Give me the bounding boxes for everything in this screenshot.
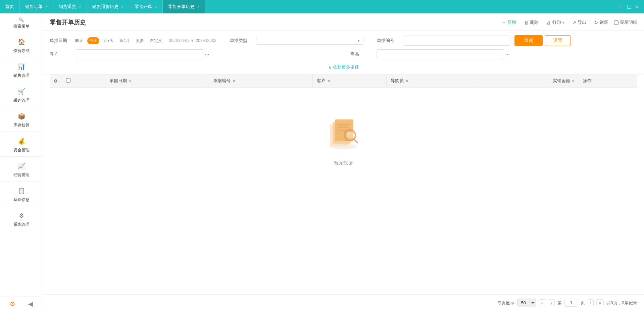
header-actions: ＋ 新增 🗑 删除 🖨 打印 ▾ ↗ 导出 ↻ 刷新 <box>500 18 637 27</box>
per-page-select[interactable]: 50 20 100 <box>517 299 536 307</box>
col-customer-label: 客户 <box>317 78 326 83</box>
tab-retail-open-close[interactable]: × <box>155 4 157 9</box>
tab-sales-return-history-close[interactable]: × <box>121 4 123 9</box>
sidebar-item-finance-label: 资金管理 <box>13 147 30 153</box>
sort-date-icon: ⇅ <box>129 79 132 83</box>
date-opt-today[interactable]: 今天 <box>87 37 99 44</box>
col-number-label: 单据编号 <box>213 78 231 83</box>
filter-row-1: 单据日期 昨天 今天 近7天 近1月 更多 自定义 2023-06-02 至 2… <box>50 35 637 46</box>
empty-state: 暂无数据 <box>50 88 637 193</box>
table-col-customer[interactable]: 客户 ⇅ <box>312 74 386 88</box>
bill-type-dropdown-icon: ▾ <box>358 39 360 43</box>
customer-dots-btn[interactable]: ··· <box>205 51 209 57</box>
empty-text: 暂无数据 <box>334 160 353 166</box>
sidebar-item-purchase[interactable]: 🛒 采购管理 <box>0 82 43 107</box>
tab-sales-return-history[interactable]: 销货退货历史 × <box>87 0 129 13</box>
data-table: ⚙ 单据日期 ⇅ 单据编号 ⇅ 客户 ⇅ <box>50 74 637 193</box>
filter-settings-button[interactable]: 设置 <box>545 35 571 46</box>
next-page-btn[interactable]: › <box>588 299 594 306</box>
tab-sales-return[interactable]: 销货退货 × <box>53 0 87 13</box>
refresh-button[interactable]: ↻ 刷新 <box>592 18 610 27</box>
window-close-btn[interactable]: × <box>635 3 639 10</box>
date-opt-custom[interactable]: 自定义 <box>148 37 164 44</box>
col-actions-label: 操作 <box>583 78 592 83</box>
minimize-btn[interactable]: ─ <box>619 3 624 10</box>
table-col-amount[interactable]: 实销金额 ⇅ <box>475 74 579 88</box>
date-opt-yesterday[interactable]: 昨天 <box>73 37 85 44</box>
collapse-sidebar-icon[interactable]: ◀ <box>28 300 33 308</box>
per-page-label: 每页显示 <box>497 300 514 306</box>
settings-bottom-icon[interactable]: ⚙ <box>10 300 15 308</box>
sidebar-item-inventory[interactable]: 📦 库存核算 <box>0 107 43 132</box>
show-detail-toggle[interactable]: 显示明细 <box>614 19 637 25</box>
collapse-filter-row[interactable]: ∧ 收起更多条件 <box>50 63 637 71</box>
operations-icon: 📈 <box>17 161 26 171</box>
page-header: 零售开单历史 ＋ 新增 🗑 删除 🖨 打印 ▾ ↗ 导出 <box>43 13 644 31</box>
finance-icon: 💰 <box>17 137 26 146</box>
query-button[interactable]: 查询 <box>514 35 543 46</box>
tab-sales-order-label: 销售订单 <box>25 4 43 10</box>
svg-rect-4 <box>338 124 350 125</box>
last-page-btn[interactable]: » <box>596 299 603 306</box>
home-icon: 🏠 <box>17 37 26 47</box>
date-opt-1month[interactable]: 近1月 <box>118 37 132 44</box>
tab-home[interactable]: 首页 <box>0 0 20 13</box>
sidebar-item-finance[interactable]: 💰 资金管理 <box>0 132 43 157</box>
customer-input[interactable] <box>76 49 203 59</box>
tab-bar: 首页 销售订单 × 销货退货 × 销货退货历史 × 零售开单 × 零售开单历史 … <box>0 0 619 13</box>
content-area: 零售开单历史 ＋ 新增 🗑 删除 🖨 打印 ▾ ↗ 导出 <box>43 13 644 311</box>
table-col-guide[interactable]: 导购员 ⇅ <box>387 74 475 88</box>
table-col-settings[interactable]: ⚙ <box>50 74 62 88</box>
search-icon: 🔍 <box>19 17 24 22</box>
add-button[interactable]: ＋ 新增 <box>500 18 518 27</box>
sidebar-item-system[interactable]: ⚙ 系统管理 <box>0 206 43 231</box>
export-button[interactable]: ↗ 导出 <box>571 18 588 27</box>
date-opt-7days[interactable]: 近7天 <box>101 37 116 44</box>
col-amount-label: 实销金额 <box>553 78 570 83</box>
maximize-btn[interactable]: □ <box>628 3 631 10</box>
table-col-number[interactable]: 单据编号 ⇅ <box>209 74 313 88</box>
date-opt-more[interactable]: 更多 <box>134 37 146 44</box>
table-col-date[interactable]: 单据日期 ⇅ <box>105 74 209 88</box>
page-number-input[interactable] <box>564 299 578 307</box>
system-icon: ⚙ <box>17 211 26 220</box>
sidebar-item-search-label: 搜索采单 <box>13 23 30 29</box>
tab-retail-open[interactable]: 零售开单 × <box>129 0 163 13</box>
sidebar-item-sales[interactable]: 📊 销售管理 <box>0 57 43 82</box>
sidebar-item-operations[interactable]: 📈 经营管理 <box>0 157 43 182</box>
tab-sales-order-close[interactable]: × <box>45 4 48 9</box>
tab-home-label: 首页 <box>5 4 14 10</box>
table-col-checkbox[interactable] <box>62 74 105 88</box>
bill-number-input[interactable] <box>403 36 510 46</box>
goods-dots-btn[interactable]: ··· <box>505 51 510 57</box>
svg-rect-5 <box>338 127 347 128</box>
page-title: 零售开单历史 <box>50 18 86 27</box>
sidebar-item-search[interactable]: 🔍 搜索采单 <box>0 13 43 33</box>
top-bar: 首页 销售订单 × 销货退货 × 销货退货历史 × 零售开单 × 零售开单历史 … <box>0 0 644 13</box>
table-header-row: ⚙ 单据日期 ⇅ 单据编号 ⇅ 客户 ⇅ <box>50 74 637 88</box>
sidebar-item-nav[interactable]: 🏠 快捷导航 <box>0 33 43 57</box>
date-range-display: 2023-06-02 至 2023-06-02 <box>169 38 216 44</box>
date-filter-options: 昨天 今天 近7天 近1月 更多 自定义 2023-06-02 至 2023-0… <box>73 37 216 44</box>
first-page-btn[interactable]: « <box>539 299 546 306</box>
sort-customer-icon: ⇅ <box>328 79 330 83</box>
bill-type-select[interactable]: ▾ <box>256 37 363 45</box>
select-all-checkbox[interactable] <box>66 78 70 83</box>
filter-row-2: 客户 ··· 商品 ··· <box>50 49 637 59</box>
tab-retail-history[interactable]: 零售开单历史 × <box>163 0 205 13</box>
svg-point-10 <box>347 133 349 135</box>
goods-input[interactable] <box>377 49 504 59</box>
tab-sales-return-close[interactable]: × <box>79 4 81 9</box>
sidebar-item-basic[interactable]: 📋 基础信息 <box>0 182 43 206</box>
print-button[interactable]: 🖨 打印 ▾ <box>545 18 566 27</box>
sort-number-icon: ⇅ <box>233 79 235 83</box>
delete-label: 删除 <box>530 19 539 25</box>
delete-button[interactable]: 🗑 删除 <box>522 18 541 27</box>
show-detail-checkbox-input[interactable] <box>614 20 618 25</box>
tab-sales-order[interactable]: 销售订单 × <box>20 0 53 13</box>
tab-retail-history-close[interactable]: × <box>197 4 199 9</box>
main-layout: 🔍 搜索采单 🏠 快捷导航 📊 销售管理 🛒 采购管理 📦 库存核算 💰 资金管… <box>0 13 644 311</box>
bill-number-label: 单据编号 <box>377 38 400 44</box>
prev-page-btn[interactable]: ‹ <box>549 299 555 306</box>
print-icon: 🖨 <box>547 20 551 25</box>
